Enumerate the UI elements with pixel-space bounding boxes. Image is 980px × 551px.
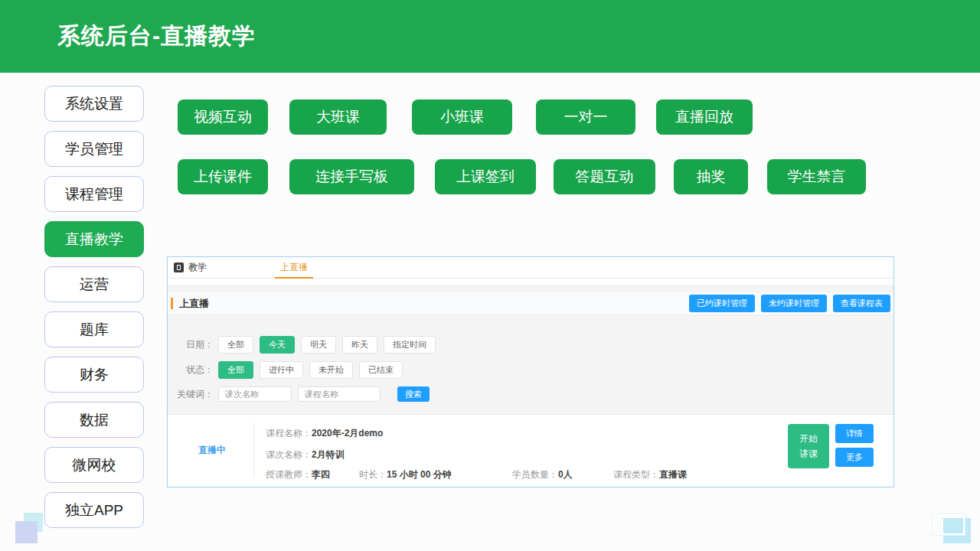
course-row: 直播中 课程名称：2020年-2月demo 课次名称：2月特训 授课教师：李四 … bbox=[168, 414, 893, 487]
date-filter-label: 日期： bbox=[168, 338, 214, 351]
course-name-value: 2020年-2月demo bbox=[312, 428, 383, 439]
lesson-name-input[interactable] bbox=[218, 386, 292, 402]
lesson-name-line: 课次名称：2月特训 bbox=[266, 448, 345, 461]
status-filter-label: 状态： bbox=[168, 364, 214, 377]
course-name-input[interactable] bbox=[298, 386, 381, 402]
detail-button[interactable]: 详情 bbox=[835, 424, 874, 443]
student-count-label: 学员数量： bbox=[512, 469, 558, 480]
start-teaching-button[interactable]: 开始讲课 bbox=[788, 424, 829, 468]
sidebar-item-student-management[interactable]: 学员管理 bbox=[44, 131, 144, 167]
teacher-value: 李四 bbox=[312, 469, 330, 480]
admin-panel: 教学 上直播 上直播 已约课时管理 未约课时管理 查看课程表 日期： 全部 今天… bbox=[167, 256, 894, 487]
course-name-label: 课程名称： bbox=[266, 428, 312, 439]
feature-button-small-class[interactable]: 小班课 bbox=[412, 99, 512, 135]
lesson-name-label: 课次名称： bbox=[266, 449, 312, 460]
feature-button-lottery[interactable]: 抽奖 bbox=[674, 159, 748, 194]
duration-value: 15 小时 00 分钟 bbox=[387, 469, 452, 480]
live-status-badge: 直播中 bbox=[198, 444, 226, 457]
duration-meta: 时长：15 小时 00 分钟 bbox=[359, 468, 452, 481]
section-title: 上直播 bbox=[179, 297, 209, 311]
course-type-meta: 课程类型：直播课 bbox=[613, 468, 687, 481]
date-chip-custom-time[interactable]: 指定时间 bbox=[384, 336, 436, 354]
section-header: 上直播 已约课时管理 未约课时管理 查看课程表 bbox=[168, 292, 893, 315]
feature-button-video-interaction[interactable]: 视频互动 bbox=[178, 99, 268, 135]
feature-button-one-on-one[interactable]: 一对一 bbox=[536, 99, 635, 135]
sidebar-item-operations[interactable]: 运营 bbox=[44, 266, 144, 302]
student-count-meta: 学员数量：0人 bbox=[512, 468, 573, 481]
section-accent-bar bbox=[171, 298, 173, 309]
teacher-meta: 授课教师：李四 bbox=[266, 468, 330, 481]
feature-button-large-class[interactable]: 大班课 bbox=[289, 99, 387, 135]
sidebar-item-data[interactable]: 数据 bbox=[44, 402, 144, 438]
sidebar-item-course-management[interactable]: 课程管理 bbox=[44, 176, 144, 212]
status-chip-in-progress[interactable]: 进行中 bbox=[260, 361, 303, 379]
sidebar-item-micro-school[interactable]: 微网校 bbox=[44, 447, 144, 483]
sidebar-item-question-bank[interactable]: 题库 bbox=[44, 311, 144, 347]
status-chip-not-started[interactable]: 未开始 bbox=[309, 361, 353, 379]
keyword-inputs: 搜索 bbox=[218, 386, 430, 402]
page-header: 系统后台-直播教学 bbox=[0, 0, 980, 73]
feature-button-class-signin[interactable]: 上课签到 bbox=[435, 159, 536, 194]
sidebar-item-finance[interactable]: 财务 bbox=[44, 357, 144, 393]
filter-row-date: 日期： 全部 今天 明天 昨天 指定时间 bbox=[168, 336, 893, 353]
status-filter-chips: 全部 进行中 未开始 已结束 bbox=[218, 361, 403, 379]
panel-body: 上直播 已约课时管理 未约课时管理 查看课程表 日期： 全部 今天 明天 昨天 … bbox=[168, 285, 893, 487]
decoration-square-lavender-left bbox=[15, 521, 38, 543]
unbooked-hours-button[interactable]: 未约课时管理 bbox=[761, 295, 827, 312]
search-button[interactable]: 搜索 bbox=[397, 386, 430, 402]
feature-button-mute-students[interactable]: 学生禁言 bbox=[767, 159, 866, 194]
app-label: 教学 bbox=[188, 261, 207, 274]
page-title: 系统后台-直播教学 bbox=[57, 21, 256, 52]
date-chip-yesterday[interactable]: 昨天 bbox=[342, 336, 377, 354]
feature-button-connect-tablet[interactable]: 连接手写板 bbox=[289, 159, 414, 194]
filter-row-keyword: 关键词： 搜索 bbox=[168, 386, 893, 403]
keyword-filter-label: 关键词： bbox=[168, 388, 214, 401]
date-chip-all[interactable]: 全部 bbox=[218, 336, 253, 354]
more-button[interactable]: 更多 bbox=[835, 448, 874, 467]
row-divider bbox=[253, 422, 254, 478]
student-count-value: 0人 bbox=[558, 469, 573, 480]
feature-button-live-replay[interactable]: 直播回放 bbox=[656, 99, 753, 135]
date-filter-chips: 全部 今天 明天 昨天 指定时间 bbox=[218, 336, 436, 354]
panel-tabbar: 教学 上直播 bbox=[168, 257, 893, 279]
course-name-line: 课程名称：2020年-2月demo bbox=[266, 427, 383, 440]
lesson-name-value: 2月特训 bbox=[312, 449, 345, 460]
date-chip-tomorrow[interactable]: 明天 bbox=[301, 336, 336, 354]
sidebar-item-live-teaching[interactable]: 直播教学 bbox=[44, 221, 144, 257]
teaching-app-icon bbox=[174, 262, 184, 272]
duration-label: 时长： bbox=[359, 469, 387, 480]
teacher-label: 授课教师： bbox=[266, 469, 312, 480]
course-type-label: 课程类型： bbox=[613, 469, 659, 480]
status-chip-ended[interactable]: 已结束 bbox=[359, 361, 403, 379]
decoration-square-outline-right bbox=[933, 514, 965, 535]
sidebar: 系统设置 学员管理 课程管理 直播教学 运营 题库 财务 数据 微网校 独立AP… bbox=[44, 86, 144, 537]
view-schedule-button[interactable]: 查看课程表 bbox=[833, 295, 890, 312]
booked-hours-button[interactable]: 已约课时管理 bbox=[689, 295, 755, 312]
status-chip-all[interactable]: 全部 bbox=[218, 361, 253, 379]
date-chip-today[interactable]: 今天 bbox=[260, 336, 295, 354]
sidebar-item-standalone-app[interactable]: 独立APP bbox=[44, 492, 144, 528]
section-actions: 已约课时管理 未约课时管理 查看课程表 bbox=[689, 295, 893, 312]
feature-button-quiz-interaction[interactable]: 答题互动 bbox=[554, 159, 655, 194]
filter-row-status: 状态： 全部 进行中 未开始 已结束 bbox=[168, 361, 893, 378]
sidebar-item-system-settings[interactable]: 系统设置 bbox=[44, 86, 144, 122]
tab-go-live[interactable]: 上直播 bbox=[275, 257, 313, 279]
feature-button-upload-courseware[interactable]: 上传课件 bbox=[178, 159, 268, 194]
course-type-value: 直播课 bbox=[659, 469, 687, 480]
